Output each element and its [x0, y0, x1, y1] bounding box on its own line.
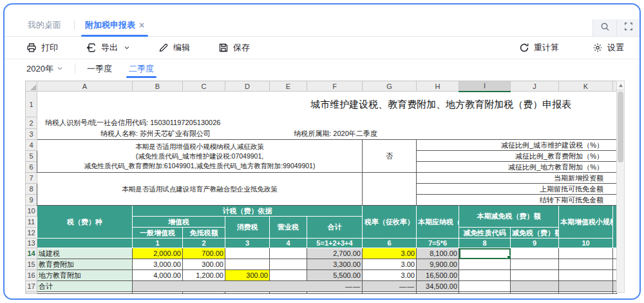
policy2-cell[interactable]: 本期是否适用试点建设培育产教融合型企业抵免政策 — [37, 173, 363, 206]
code-6[interactable]: 6 — [363, 239, 417, 248]
column-header-i-selected[interactable]: I — [459, 81, 511, 92]
cell-e16[interactable] — [270, 270, 307, 281]
code-7[interactable]: 7=5*6 — [417, 239, 459, 248]
tab-close-icon[interactable]: × — [139, 21, 144, 30]
policy1-cell[interactable]: 本期是否适用增值税小规模纳税人减征政策 (减免性质代码_城市维护建设税:0704… — [37, 140, 363, 173]
cell-d18-partial[interactable] — [225, 292, 270, 294]
select-all-corner[interactable] — [26, 81, 37, 92]
taxpayer-id-cell[interactable]: 纳税人识别号/统一社会信用代码: 150301197205130026 — [37, 117, 617, 129]
cell-d16[interactable]: 300.00 — [225, 270, 270, 281]
row-header-7[interactable]: 7 — [26, 173, 37, 184]
cell-g18-partial[interactable] — [363, 292, 417, 294]
header-payable[interactable]: 本期应纳税（费）额 — [417, 206, 459, 239]
code-3[interactable]: 3 — [225, 239, 270, 248]
row-header-10[interactable]: 10 — [26, 206, 37, 217]
row-header-14-selected[interactable]: 14 — [26, 248, 37, 259]
policy2-answer-cell[interactable] — [363, 173, 417, 206]
code-9[interactable]: 9 — [511, 239, 559, 248]
column-header-d[interactable]: D — [225, 81, 270, 92]
label-new-investment[interactable]: 当期新增投资额 — [417, 173, 617, 184]
cell-k17[interactable] — [559, 281, 613, 292]
row-header-13[interactable]: 13 — [26, 239, 37, 248]
row-header-11[interactable]: 11 — [26, 217, 37, 228]
column-header-e[interactable]: E — [270, 81, 307, 92]
cell-e18-partial[interactable] — [270, 292, 307, 294]
cell-h14[interactable]: 8,100.00 — [417, 248, 459, 259]
row-header-9[interactable]: 9 — [26, 195, 37, 206]
cell-e15[interactable] — [270, 259, 307, 270]
row-header-5[interactable]: 5 — [26, 151, 37, 162]
row-label-total[interactable]: 合计 — [37, 281, 133, 292]
cell-c15[interactable]: 300.00 — [183, 259, 225, 270]
cell-j15[interactable] — [511, 259, 559, 270]
label-reduction-ratio-local[interactable]: 减征比例_地方教育附加（%） — [417, 162, 617, 173]
header-vat[interactable]: 增值税 — [133, 217, 225, 228]
tab-my-desktop[interactable]: 我的桌面 — [25, 19, 64, 36]
policy1-answer-cell[interactable]: 否 — [363, 140, 417, 173]
cell-i14-selected[interactable] — [459, 248, 511, 259]
cell-c14[interactable]: 700.00 — [183, 248, 225, 259]
recalculate-button[interactable]: 重计算 — [519, 42, 559, 54]
cell-f16[interactable]: 5,500.00 — [307, 270, 363, 281]
row-header-3[interactable]: 3 — [26, 129, 37, 140]
label-carryforward-credit[interactable]: 结转下期可抵免金额 — [417, 195, 617, 206]
tab-surtax-return[interactable]: 附加税申报表 × — [82, 19, 147, 36]
row-header-16[interactable]: 16 — [26, 270, 37, 281]
vertical-scrollbar[interactable] — [616, 81, 625, 293]
settings-button[interactable]: 设置 — [592, 42, 624, 54]
cell-k18-partial[interactable] — [559, 292, 613, 294]
quarter-tab-q1[interactable]: 一季度 — [87, 59, 112, 78]
column-header-b[interactable]: B — [133, 81, 183, 92]
row-header-4[interactable]: 4 — [26, 140, 37, 151]
cell-total-basis[interactable]: —— — [133, 281, 363, 292]
header-reduction-amount[interactable]: 减免税（费）额 — [511, 228, 559, 239]
save-button[interactable]: 保存 — [218, 42, 250, 54]
form-title-cell[interactable]: 城市维护建设税、教育费附加、地方教育附加税（费）申报表 — [37, 92, 617, 117]
cell-g15[interactable]: 3.00 — [363, 259, 417, 270]
cell-b15[interactable]: 3,000.00 — [133, 259, 183, 270]
cell-k16[interactable] — [559, 270, 613, 281]
cell-h16[interactable]: 16,500.00 — [417, 270, 459, 281]
header-small-scale[interactable]: 本期增值税小规模纳税人减征额 — [559, 206, 613, 239]
cell-b16[interactable]: 4,000.00 — [133, 270, 183, 281]
cell-i18-partial[interactable] — [459, 292, 511, 294]
export-button[interactable]: 导出 — [86, 42, 130, 54]
cell-i17[interactable] — [459, 281, 511, 292]
code-5[interactable]: 5=1+2+3+4 — [307, 239, 363, 248]
cell-total-payable[interactable]: 34,500.00 — [417, 281, 459, 292]
cell-h15[interactable]: 9,900.00 — [417, 259, 459, 270]
header-reduction[interactable]: 本期减免税（费）额 — [459, 206, 559, 228]
cell-f18-partial[interactable] — [307, 292, 363, 294]
row-header-8[interactable]: 8 — [26, 184, 37, 195]
cell-k15[interactable] — [559, 259, 613, 270]
cell-c18-partial[interactable] — [183, 292, 225, 294]
code-10[interactable]: 10 — [559, 239, 613, 248]
cell-j18-partial[interactable] — [511, 292, 559, 294]
code-2[interactable]: 2 — [183, 239, 225, 248]
row-header-1[interactable]: 1 — [26, 92, 37, 117]
search-button[interactable] — [593, 19, 616, 36]
row-header-6[interactable]: 6 — [26, 162, 37, 173]
column-header-f[interactable]: F — [307, 81, 363, 92]
cell-e14[interactable] — [270, 248, 307, 259]
header-business[interactable]: 营业税 — [270, 217, 307, 239]
row-header-12[interactable]: 12 — [26, 228, 37, 239]
year-select[interactable]: 2020年 — [26, 59, 63, 78]
column-header-k[interactable]: K — [559, 81, 613, 92]
header-total[interactable]: 合计 — [307, 217, 363, 239]
column-header-g[interactable]: G — [363, 81, 417, 92]
scrollbar-thumb[interactable] — [618, 92, 623, 162]
code-1[interactable]: 1 — [133, 239, 183, 248]
cell-j16[interactable] — [511, 270, 559, 281]
header-rate[interactable]: 税率（征收率） — [363, 206, 417, 239]
cell-g16[interactable]: 3.00 — [363, 270, 417, 281]
code-cell-a[interactable] — [37, 239, 133, 248]
scroll-up-button[interactable] — [617, 81, 624, 90]
row-header-2[interactable]: 2 — [26, 117, 37, 129]
cell-j14[interactable] — [511, 248, 559, 259]
cell-i16[interactable] — [459, 270, 511, 281]
code-4[interactable]: 4 — [270, 239, 307, 248]
taxpayer-name-cell[interactable]: 纳税人名称: 苏州天芯矿业有限公司 纳税所属期: 2020年二季度 — [37, 129, 617, 140]
code-8[interactable]: 8 — [459, 239, 511, 248]
cell-i15[interactable] — [459, 259, 511, 270]
